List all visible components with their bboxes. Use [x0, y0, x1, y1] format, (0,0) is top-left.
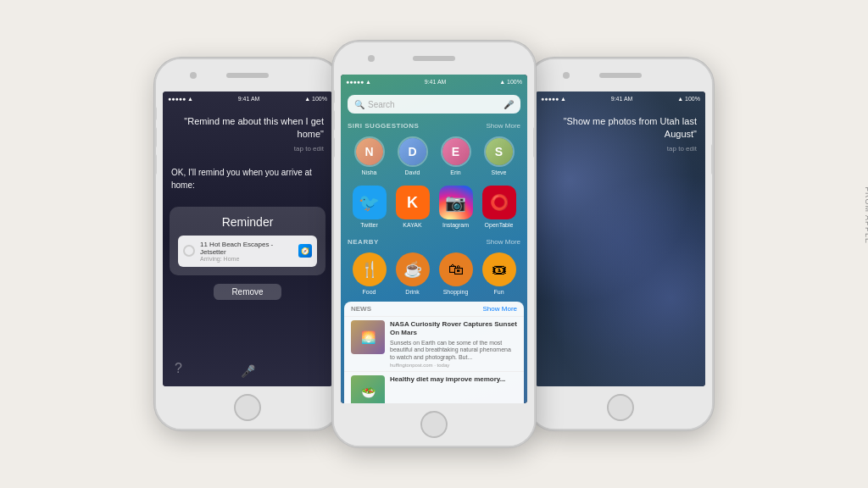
left-carrier: ●●●●● ▲: [168, 96, 193, 102]
right-battery: ▲ 100%: [677, 96, 700, 102]
david-avatar: D: [398, 136, 428, 167]
speaker-right: [599, 73, 642, 78]
opentable-label: OpenTable: [485, 222, 514, 228]
right-phone: ●●●●● ▲ 9:41 AM ▲ 100% "Show me photos f…: [527, 58, 714, 430]
phones-container: ●●●●● ▲ 9:41 AM ▲ 100% "Remind me about …: [154, 41, 714, 447]
drink-icon: ☕: [396, 252, 430, 286]
left-phone-bottom: [156, 386, 339, 429]
drink-nearby[interactable]: ☕ Drink: [396, 252, 430, 295]
contact-nisha[interactable]: N Nisha: [354, 136, 385, 175]
left-phone-screen: ●●●●● ▲ 9:41 AM ▲ 100% "Remind me about …: [163, 92, 332, 386]
news-item-2[interactable]: 🥗 Healthy diet may improve memory...: [344, 371, 524, 403]
left-siri-response: OK, I'll remind you when you arrive at h…: [163, 159, 332, 198]
siri-suggestions-header: SIRI SUGGESTIONS Show More: [341, 119, 527, 133]
middle-volume-up: [332, 110, 335, 130]
food-label: Food: [363, 289, 376, 295]
search-bar[interactable]: 🔍 Search 🎤: [348, 95, 520, 114]
left-status-bar: ●●●●● ▲ 9:41 AM ▲ 100%: [163, 92, 332, 105]
news-thumb-2: 🥗: [351, 375, 385, 403]
siri-wave-right: [536, 346, 705, 380]
nisha-avatar: N: [354, 136, 385, 167]
steve-avatar: S: [484, 136, 515, 167]
instagram-label: Instagram: [442, 222, 469, 228]
right-status-bar: ●●●●● ▲ 9:41 AM ▲ 100%: [536, 92, 705, 105]
middle-phone-bottom: [334, 403, 534, 446]
speaker-left: [226, 73, 269, 78]
right-phone-bottom: [529, 386, 712, 429]
nisha-name: Nisha: [362, 169, 377, 175]
news-excerpt-1: Sunsets on Earth can be some of the most…: [390, 340, 517, 361]
news-headline-1: NASA Curiosity Rover Captures Sunset On …: [390, 320, 517, 338]
twitter-icon: 🐦: [353, 186, 387, 219]
news-show-more[interactable]: Show More: [483, 305, 517, 313]
fun-icon: 🎟: [482, 252, 516, 286]
food-icon: 🍴: [353, 252, 387, 286]
opentable-app[interactable]: ⭕ OpenTable: [482, 186, 516, 228]
phone-top-right: [529, 59, 712, 92]
camera-right: [563, 72, 570, 79]
watermark-text: FROM APPLE: [864, 186, 868, 244]
right-siri-query: "Show me photos from Utah last August": [536, 105, 705, 145]
left-tap-to-edit[interactable]: tap to edit: [163, 145, 332, 152]
nearby-show-more[interactable]: Show More: [487, 238, 520, 246]
twitter-label: Twitter: [360, 222, 378, 228]
fun-nearby[interactable]: 🎟 Fun: [482, 252, 516, 295]
kayak-app[interactable]: K KAYAK: [396, 186, 430, 228]
news-content-2: Healthy diet may improve memory...: [390, 375, 517, 403]
search-mic-icon[interactable]: 🎤: [504, 100, 514, 109]
middle-status-bar: ●●●●● ▲ 9:41 AM ▲ 100%: [341, 75, 527, 88]
left-home-button[interactable]: [234, 394, 261, 421]
shopping-label: Shopping: [443, 289, 469, 295]
middle-battery: ▲ 100%: [499, 79, 522, 85]
news-section: NEWS Show More 🌅 NASA Curiosity Rover Ca…: [344, 302, 524, 403]
silent-switch: [154, 107, 157, 120]
instagram-icon: 📷: [439, 186, 473, 219]
right-power-button: [711, 144, 714, 175]
food-nearby[interactable]: 🍴 Food: [353, 252, 387, 295]
kayak-icon: K: [396, 186, 430, 219]
twitter-app[interactable]: 🐦 Twitter: [353, 186, 387, 228]
speaker-middle: [413, 56, 455, 61]
right-time: 9:41 AM: [611, 96, 633, 102]
left-siri-query: "Remind me about this when I get home": [163, 105, 332, 145]
search-placeholder: Search: [368, 100, 500, 109]
right-carrier: ●●●●● ▲: [541, 96, 566, 102]
siri-show-more[interactable]: Show More: [487, 122, 520, 130]
nearby-header: NEARBY Show More: [341, 235, 527, 249]
david-name: David: [405, 169, 420, 175]
nearby-label: NEARBY: [348, 238, 379, 246]
reminder-text: 11 Hot Beach Escapes - Jetsetter Arrivin…: [200, 241, 293, 262]
shopping-nearby[interactable]: 🛍 Shopping: [439, 252, 473, 295]
instagram-app[interactable]: 📷 Instagram: [439, 186, 473, 228]
left-battery: ▲ 100%: [304, 96, 327, 102]
left-phone: ●●●●● ▲ 9:41 AM ▲ 100% "Remind me about …: [154, 58, 341, 430]
right-phone-screen: ●●●●● ▲ 9:41 AM ▲ 100% "Show me photos f…: [536, 92, 705, 386]
reminder-box: Reminder 11 Hot Beach Escapes - Jetsette…: [170, 207, 326, 275]
reminder-item[interactable]: 11 Hot Beach Escapes - Jetsetter Arrivin…: [178, 236, 317, 267]
middle-time: 9:41 AM: [425, 79, 447, 85]
contacts-row: N Nisha D David E Erin: [341, 133, 527, 179]
contact-erin[interactable]: E Erin: [441, 136, 471, 175]
middle-home-button[interactable]: [420, 411, 448, 438]
middle-carrier: ●●●●● ▲: [346, 79, 371, 85]
contact-david[interactable]: D David: [398, 136, 428, 175]
left-mic-icon[interactable]: 🎤: [241, 364, 255, 378]
remove-button[interactable]: Remove: [214, 284, 281, 300]
volume-up-button: [154, 127, 157, 147]
right-tap-to-edit[interactable]: tap to edit: [536, 145, 705, 152]
news-headline-2: Healthy diet may improve memory...: [390, 375, 517, 384]
camera-left: [190, 72, 197, 79]
question-mark-icon[interactable]: ?: [175, 361, 182, 376]
phone-top-middle: [334, 42, 534, 75]
news-item-1[interactable]: 🌅 NASA Curiosity Rover Captures Sunset O…: [344, 316, 524, 371]
reminder-checkbox[interactable]: [183, 245, 195, 257]
news-label: NEWS: [351, 305, 371, 313]
kayak-label: KAYAK: [403, 222, 421, 228]
news-thumb-1: 🌅: [351, 320, 385, 354]
middle-phone-screen: ●●●●● ▲ 9:41 AM ▲ 100% 🔍 Search 🎤 SIRI S…: [341, 75, 527, 403]
phone-top-left: [156, 59, 339, 92]
middle-silent-switch: [332, 90, 335, 103]
middle-power-button: [533, 127, 536, 158]
contact-steve[interactable]: S Steve: [484, 136, 515, 175]
right-home-button[interactable]: [607, 394, 634, 421]
